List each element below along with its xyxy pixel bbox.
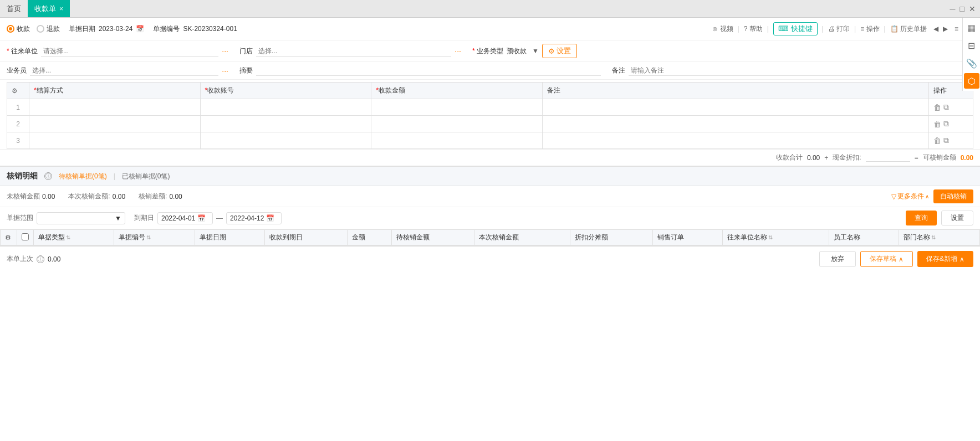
- minimize-btn[interactable]: ─: [950, 4, 956, 13]
- receipt-type-group: 收款 退款: [7, 24, 60, 34]
- query-btn[interactable]: 查询: [906, 211, 937, 225]
- print-link[interactable]: 🖨 打印: [828, 24, 850, 34]
- row1-copy-icon[interactable]: ⧉: [943, 102, 949, 112]
- slip-date-label: 单据日期: [69, 24, 95, 34]
- more-conditions-btn[interactable]: ▽ 更多条件 ∧: [891, 192, 929, 201]
- row2-notes[interactable]: [542, 116, 928, 132]
- staff-field: 业务员 ···: [7, 65, 228, 76]
- calendar-icon[interactable]: 📅: [136, 25, 144, 33]
- discount-label: 现金折扣:: [833, 153, 861, 162]
- row2-payment-method[interactable]: [29, 116, 201, 132]
- row1-payment-method[interactable]: [29, 99, 201, 116]
- due-date-from-input[interactable]: 2022-04-01 📅: [157, 212, 213, 224]
- writeoff-settings-btn[interactable]: 设置: [941, 211, 973, 225]
- filter-row: 单据范围 ▼ 到期日 2022-04-01 📅 — 2022-04-12 📅 查…: [0, 207, 980, 229]
- summary-input[interactable]: [256, 65, 601, 76]
- close-btn[interactable]: ✕: [969, 4, 976, 13]
- chevron-up-icon: ∧: [925, 193, 929, 199]
- save-new-chevron: ∧: [959, 255, 964, 263]
- row3-account[interactable]: [200, 132, 371, 149]
- gear-th[interactable]: ⚙: [7, 83, 29, 99]
- row3-payment-method[interactable]: [29, 132, 201, 149]
- done-tab-link[interactable]: 已核销单据(0笔): [122, 172, 170, 181]
- row2-amount[interactable]: [371, 116, 543, 132]
- notes-input[interactable]: [629, 65, 973, 76]
- row1-amount[interactable]: [371, 99, 543, 116]
- tab-receipt[interactable]: 收款单 ×: [28, 0, 70, 17]
- radio-receipt[interactable]: 收款: [7, 24, 30, 34]
- shortcut-btn[interactable]: ⌨ 快捷键: [773, 22, 818, 35]
- th-gear[interactable]: ⚙: [1, 230, 17, 245]
- save-new-btn[interactable]: 保存&新增 ∧: [917, 251, 973, 267]
- net-label: 可核销金额: [923, 153, 956, 162]
- slip-no-value[interactable]: SK-20230324-001: [183, 25, 237, 33]
- range-select[interactable]: ▼: [37, 212, 125, 224]
- sidebar-export-icon[interactable]: ⬡: [964, 73, 979, 89]
- notes-label: 备注: [612, 66, 625, 75]
- discount-input[interactable]: [866, 153, 910, 162]
- counterpart-input[interactable]: [41, 46, 218, 57]
- slip-date-value[interactable]: 2023-03-24: [99, 25, 132, 33]
- sidebar-clip-icon[interactable]: 📎: [964, 55, 979, 71]
- pending-tab-link[interactable]: 待核销单据(0笔): [59, 172, 107, 181]
- staff-input[interactable]: [30, 65, 218, 76]
- due-date-to-input[interactable]: 2022-04-12 📅: [226, 212, 282, 224]
- row-num-3: 3: [7, 132, 29, 149]
- layout-list-icon[interactable]: ≡: [955, 25, 958, 33]
- th-payment-method: *结算方式: [29, 83, 201, 99]
- row2-delete-icon[interactable]: 🗑: [933, 120, 941, 129]
- plus-sign: +: [824, 154, 828, 162]
- bottom-info-value: 0.00: [48, 255, 60, 263]
- th-slip-type: 单据类型⇅: [34, 230, 114, 245]
- maximize-btn[interactable]: □: [960, 4, 964, 13]
- nav-next[interactable]: ▶: [943, 25, 948, 33]
- radio-refund[interactable]: 退款: [37, 24, 60, 34]
- staff-more-icon[interactable]: ···: [222, 66, 228, 75]
- th-counterpart-name: 往来单位名称⇅: [723, 230, 829, 245]
- tab-home[interactable]: 首页: [0, 0, 28, 17]
- writeoff-info-icon[interactable]: ⓘ: [44, 172, 52, 180]
- th-receipt-amount: *收款金额: [371, 83, 543, 99]
- save-draft-btn[interactable]: 保存草稿 ∧: [860, 251, 913, 267]
- store-more-icon[interactable]: ···: [455, 47, 461, 55]
- th-current-amount: 本次核销金额: [474, 230, 570, 245]
- operations-link[interactable]: ≡ 操作: [860, 24, 879, 34]
- help-link[interactable]: ? 帮助: [744, 24, 763, 34]
- sidebar-inbox-icon[interactable]: ⊟: [964, 38, 979, 53]
- diff-label: 核销差额:: [139, 192, 167, 201]
- row2-account[interactable]: [200, 116, 371, 132]
- row1-account[interactable]: [200, 99, 371, 116]
- receipt-table-container: ⚙ *结算方式 *收款账号 *收款金额 备注 操作 1 🗑⧉: [0, 80, 980, 149]
- store-input[interactable]: [256, 46, 451, 57]
- th-slip-date: 单据日期: [195, 230, 264, 245]
- header-actions: ⊙ 视频 | ? 帮助 | ⌨ 快捷键 | 🖨 打印 | ≡ 操作 | 📋 历史…: [712, 22, 973, 35]
- nav-prev[interactable]: ◀: [933, 25, 938, 33]
- right-sidebar: ▦ ⊟ 📎 ⬡: [962, 18, 980, 91]
- current-amount: 本次核销金额: 0.00: [68, 192, 125, 201]
- row1-delete-icon[interactable]: 🗑: [933, 103, 941, 112]
- row1-actions: 🗑⧉: [929, 99, 973, 116]
- unchecked-label: 未核销金额: [7, 192, 40, 201]
- cal-from-icon: 📅: [197, 214, 206, 222]
- abandon-btn[interactable]: 放弃: [819, 251, 856, 267]
- row3-delete-icon[interactable]: 🗑: [933, 136, 941, 145]
- auto-writeoff-btn[interactable]: 自动核销: [933, 189, 973, 203]
- row2-copy-icon[interactable]: ⧉: [943, 119, 949, 129]
- diff-value: 0.00: [169, 193, 182, 201]
- row3-notes[interactable]: [542, 132, 928, 149]
- row3-copy-icon[interactable]: ⧉: [943, 136, 949, 145]
- summary-field: 摘要: [239, 65, 601, 76]
- th-checkbox[interactable]: [17, 230, 34, 245]
- bottom-info-icon[interactable]: ⓘ: [37, 255, 44, 263]
- row3-amount[interactable]: [371, 132, 543, 149]
- biz-type-dropdown-icon[interactable]: ▼: [532, 47, 539, 55]
- history-link[interactable]: 📋 历史单据: [890, 24, 927, 34]
- sidebar-table-icon[interactable]: ▦: [964, 20, 979, 35]
- video-link[interactable]: ⊙ 视频: [712, 24, 733, 34]
- tab-close-icon[interactable]: ×: [59, 5, 63, 13]
- settings-btn[interactable]: ⚙ 设置: [542, 44, 577, 58]
- counterpart-more-icon[interactable]: ···: [222, 47, 228, 55]
- counterpart-label: 往来单位: [7, 47, 38, 56]
- row1-notes[interactable]: [542, 99, 928, 116]
- unchecked-value: 0.00: [42, 193, 55, 201]
